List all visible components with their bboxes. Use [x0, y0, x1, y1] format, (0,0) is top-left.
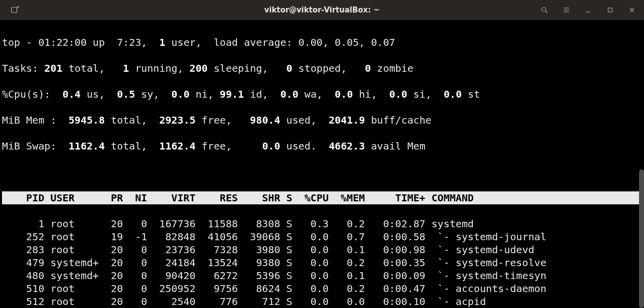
summary-line-uptime: top - 01:22:00 up 7:23, 1 user, load ave… — [2, 36, 642, 49]
summary-line-cpu: %Cpu(s): 0.4 us, 0.5 sy, 0.0 ni, 99.1 id… — [2, 88, 642, 101]
scrollbar[interactable] — [639, 20, 644, 308]
svg-rect-0 — [11, 7, 17, 13]
scrollbar-thumb[interactable] — [639, 169, 644, 308]
terminal-window: viktor@viktor-VirtualBox: ~ top - 01:22:… — [0, 0, 644, 308]
summary-line-swap: MiB Swap: 1162.4 total, 1162.4 free, 0.0… — [2, 140, 642, 153]
new-tab-button[interactable] — [5, 1, 25, 18]
terminal-content[interactable]: top - 01:22:00 up 7:23, 1 user, load ave… — [0, 20, 644, 308]
process-row: 480 systemd+ 20 0 90420 6272 5396 S 0.0 … — [2, 269, 642, 282]
titlebar: viktor@viktor-VirtualBox: ~ — [0, 0, 644, 20]
process-row: 512 root 20 0 2540 776 712 S 0.0 0.0 0:0… — [2, 295, 642, 308]
summary-line-tasks: Tasks: 201 total, 1 running, 200 sleepin… — [2, 62, 642, 75]
window-title: viktor@viktor-VirtualBox: ~ — [264, 5, 380, 14]
blank-line — [2, 165, 642, 178]
process-row: 510 root 20 0 250952 9756 8624 S 0.0 0.2… — [2, 282, 642, 295]
search-button[interactable] — [535, 1, 554, 18]
titlebar-right — [535, 1, 642, 18]
menu-button[interactable] — [556, 1, 576, 18]
minimize-button[interactable] — [578, 1, 598, 18]
summary-line-mem: MiB Mem : 5945.8 total, 2923.5 free, 980… — [2, 114, 642, 127]
process-row: 252 root 19 -1 82848 41056 39068 S 0.0 0… — [2, 230, 642, 243]
process-row: 479 systemd+ 20 0 24184 13524 9380 S 0.0… — [2, 256, 642, 269]
process-row: 283 root 20 0 23736 7328 3980 S 0.0 0.1 … — [2, 243, 642, 256]
close-button[interactable] — [622, 1, 642, 18]
svg-rect-9 — [608, 8, 612, 12]
svg-point-3 — [542, 7, 546, 11]
column-header: PID USER PR NI VIRT RES SHR S %CPU %MEM … — [2, 191, 642, 204]
process-row: 1 root 20 0 167736 11588 8308 S 0.3 0.2 … — [2, 217, 642, 230]
svg-line-4 — [545, 11, 547, 13]
maximize-button[interactable] — [600, 1, 620, 18]
